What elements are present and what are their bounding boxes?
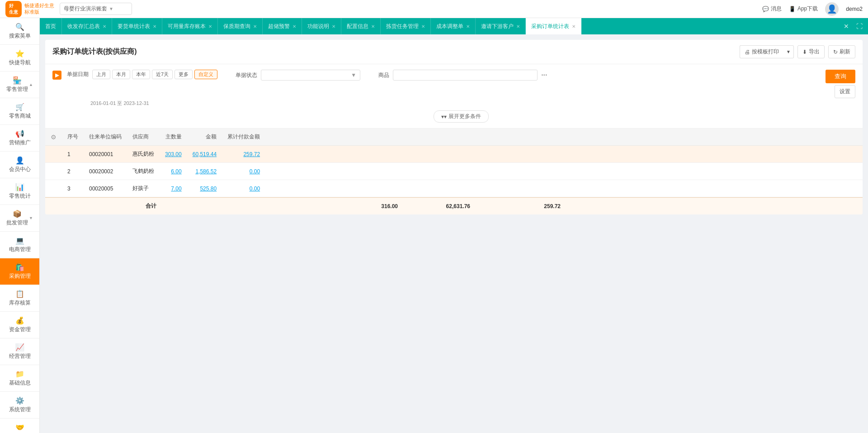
tab-maximize-button[interactable]: ⛶ bbox=[854, 22, 864, 31]
logo-area: 好生意 畅捷通好生意 标准版 bbox=[5, 1, 54, 17]
date-custom-badge[interactable]: 自定义 bbox=[194, 70, 217, 79]
date-btn-this-year[interactable]: 本年 bbox=[132, 70, 150, 79]
tab-requisition-stat[interactable]: 要货单统计表 ✕ bbox=[112, 18, 162, 34]
tab-function-desc[interactable]: 功能说明 ✕ bbox=[302, 18, 341, 34]
th-spacer bbox=[265, 128, 863, 146]
workspace-dropdown-icon: ▼ bbox=[109, 6, 113, 11]
tab-close-icon[interactable]: ✕ bbox=[332, 24, 335, 29]
tab-home[interactable]: 首页 bbox=[40, 18, 62, 34]
inventory-icon: 📋 bbox=[2, 290, 38, 298]
sidebar-item-search[interactable]: 🔍 搜索英单 bbox=[0, 18, 39, 45]
top-bar: 好生意 畅捷通好生意 标准版 母婴行业演示账套 ▼ 💬 消息 📱 App下载 👤… bbox=[0, 0, 868, 18]
cell-qty: 303.00 bbox=[160, 146, 187, 163]
retail-expand-icon: ▲ bbox=[29, 82, 33, 87]
sidebar-item-finance[interactable]: 💰 资金管理 bbox=[0, 312, 39, 338]
cell-settings bbox=[45, 163, 62, 180]
table-row: 3 00020005 好孩子 7.00 525.80 0.00 bbox=[45, 180, 863, 197]
status-filter-group: 单据状态 ▼ bbox=[236, 70, 360, 81]
tab-expiry-query[interactable]: 保质期查询 ✕ bbox=[218, 18, 263, 34]
sidebar-item-operations[interactable]: 📈 经营管理 bbox=[0, 338, 39, 365]
cell-unit-code[interactable]: 00020001 bbox=[84, 146, 127, 163]
avatar: 👤 bbox=[825, 2, 839, 16]
date-btn-this-month[interactable]: 本月 bbox=[112, 70, 130, 79]
cell-paid: 259.72 bbox=[222, 146, 265, 163]
cell-supplier: 飞鹤奶粉 bbox=[127, 163, 160, 180]
sidebar-item-retail[interactable]: 🏪 零售管理 ▲ bbox=[0, 71, 39, 98]
print-dropdown: 🖨 按模板打印 ▼ bbox=[740, 45, 794, 58]
tab-purchase-stat[interactable]: 采购订单统计表 ✕ bbox=[526, 18, 581, 34]
cell-supplier: 惠氏奶粉 bbox=[127, 146, 160, 163]
tab-available-inventory[interactable]: 可用量库存账本 ✕ bbox=[162, 18, 218, 34]
cell-amount: 1,586.52 bbox=[187, 163, 222, 180]
wholesale-icon: 📦 bbox=[6, 209, 28, 218]
cell-paid: 0.00 bbox=[222, 163, 265, 180]
tab-close-icon[interactable]: ✕ bbox=[516, 24, 520, 29]
tab-config-info[interactable]: 配置信息 ✕ bbox=[341, 18, 381, 34]
goods-search-field[interactable] bbox=[397, 72, 533, 78]
tab-close-icon[interactable]: ✕ bbox=[292, 24, 296, 29]
cell-spacer bbox=[265, 163, 863, 180]
purchase-icon: 🛍️ bbox=[2, 263, 38, 271]
export-button[interactable]: ⬇ 导出 bbox=[797, 45, 825, 58]
sidebar-item-member[interactable]: 👤 会员中心 bbox=[0, 152, 39, 178]
tab-close-icon[interactable]: ✕ bbox=[466, 24, 470, 29]
print-button[interactable]: 🖨 按模板打印 bbox=[740, 45, 783, 58]
table-settings-icon[interactable]: ⚙ bbox=[51, 133, 57, 141]
date-btn-more[interactable]: 更多 bbox=[175, 70, 193, 79]
tab-close-icon[interactable]: ✕ bbox=[572, 24, 576, 29]
sidebar-item-wholesale[interactable]: 📦 批发管理 ▼ bbox=[0, 205, 39, 232]
cell-supplier: 好孩子 bbox=[127, 180, 160, 197]
username-label[interactable]: demo2 bbox=[846, 6, 863, 12]
search-icon: 🔍 bbox=[2, 23, 38, 31]
app-download-button[interactable]: 📱 App下载 bbox=[789, 5, 818, 13]
sidebar-item-inventory[interactable]: 📋 库存核算 bbox=[0, 285, 39, 312]
sidebar-item-quick-nav[interactable]: ⭐ 快捷导航 bbox=[0, 45, 39, 71]
workspace-selector[interactable]: 母婴行业演示账套 ▼ bbox=[60, 3, 132, 15]
query-button[interactable]: 查询 bbox=[826, 70, 855, 83]
tab-close-icon[interactable]: ✕ bbox=[253, 24, 257, 29]
tab-close-all-button[interactable]: ✕ bbox=[842, 22, 851, 31]
tab-receive-summary[interactable]: 收发存汇总表 ✕ bbox=[62, 18, 112, 34]
sidebar-item-ecommerce[interactable]: 💻 电商管理 bbox=[0, 232, 39, 258]
sidebar-item-retail-stat[interactable]: 📊 零售统计 bbox=[0, 178, 39, 205]
th-settings: ⚙ bbox=[45, 128, 62, 146]
tab-close-icon[interactable]: ✕ bbox=[208, 24, 212, 29]
tab-cost-adjust[interactable]: 成本调整单 ✕ bbox=[431, 18, 476, 34]
filter-expand-arrow[interactable]: ▶ bbox=[52, 71, 61, 80]
table-header: ⚙ 序号 往来单位编码 供应商 主数量 金额 累计付款金额 bbox=[45, 128, 863, 146]
tab-hold-task[interactable]: 拣货任务管理 ✕ bbox=[381, 18, 431, 34]
goods-input[interactable] bbox=[393, 70, 538, 81]
print-dropdown-arrow[interactable]: ▼ bbox=[783, 45, 794, 58]
settings-button[interactable]: 设置 bbox=[835, 85, 855, 98]
tab-invite-downstream[interactable]: 邀请下游客户 ✕ bbox=[476, 18, 526, 34]
tab-overstock-warning[interactable]: 超储预警 ✕ bbox=[263, 18, 302, 34]
sidebar-item-enterprise[interactable]: 🤝 企业协同 bbox=[0, 419, 39, 433]
refresh-button[interactable]: ↻ 刷新 bbox=[828, 45, 855, 58]
sidebar-item-system[interactable]: ⚙️ 系统管理 bbox=[0, 392, 39, 419]
message-button[interactable]: 💬 消息 bbox=[762, 5, 782, 13]
table-footer: 合计 316.00 62,631.76 259.72 bbox=[45, 197, 863, 214]
tab-close-icon[interactable]: ✕ bbox=[103, 24, 106, 29]
retail-stat-icon: 📊 bbox=[2, 183, 38, 191]
sidebar-item-purchase[interactable]: 🛍️ 采购管理 bbox=[0, 258, 39, 285]
date-btn-7days[interactable]: 近7天 bbox=[152, 70, 173, 79]
cell-unit-code[interactable]: 00020002 bbox=[84, 163, 127, 180]
tab-close-icon[interactable]: ✕ bbox=[153, 24, 156, 29]
sidebar-item-marketing[interactable]: 📢 营销推广 bbox=[0, 125, 39, 152]
expand-more-button[interactable]: ▾▾ 展开更多条件 bbox=[434, 110, 489, 123]
tab-close-icon[interactable]: ✕ bbox=[371, 24, 375, 29]
date-btn-last-month[interactable]: 上月 bbox=[92, 70, 110, 79]
th-amount: 金额 bbox=[187, 128, 222, 146]
cell-settings bbox=[45, 146, 62, 163]
tab-close-icon[interactable]: ✕ bbox=[421, 24, 425, 29]
more-options-icon[interactable]: ··· bbox=[541, 71, 547, 79]
printer-icon: 🖨 bbox=[745, 49, 750, 55]
sidebar: 🔍 搜索英单 ⭐ 快捷导航 🏪 零售管理 ▲ 🛒 零售商城 📢 营销推广 👤 会… bbox=[0, 18, 40, 433]
cell-seq: 2 bbox=[62, 163, 84, 180]
sidebar-item-basic-info[interactable]: 📁 基础信息 bbox=[0, 365, 39, 392]
logo-text: 畅捷通好生意 标准版 bbox=[24, 3, 54, 14]
refresh-icon: ↻ bbox=[833, 49, 838, 55]
cell-unit-code[interactable]: 00020005 bbox=[84, 180, 127, 197]
sidebar-item-retail-mall[interactable]: 🛒 零售商城 bbox=[0, 98, 39, 125]
status-select[interactable]: ▼ bbox=[261, 70, 360, 81]
